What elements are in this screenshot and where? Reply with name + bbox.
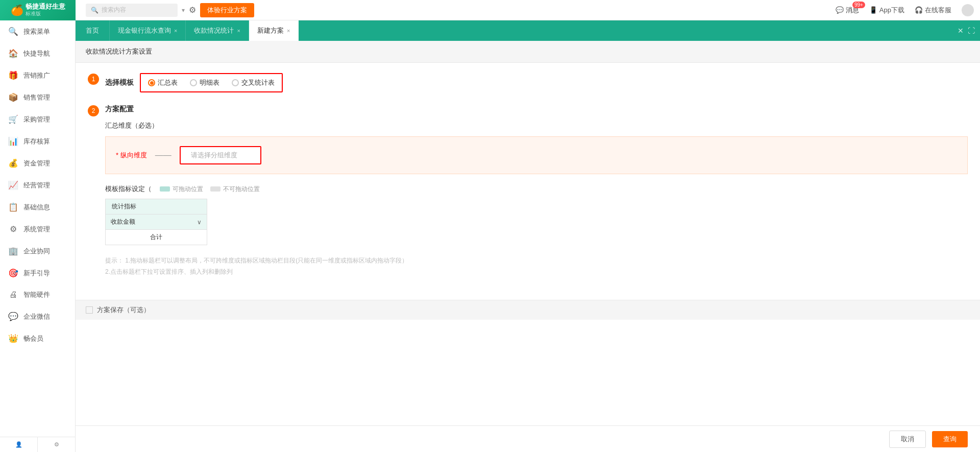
online-service-button[interactable]: 🎧 在线客服 — [915, 6, 951, 15]
sidebar-icon-member: 👑 — [8, 334, 18, 343]
top-bar-right: 💬 消息 99+ 📱 App下载 🎧 在线客服 — [836, 4, 974, 16]
dimension-select[interactable]: 请选择分组维度 — [180, 146, 261, 164]
tab-label-new-plan: 新建方案 — [257, 26, 284, 35]
save-plan-checkbox[interactable] — [86, 306, 93, 314]
sidebar-icon-inventory: 📊 — [8, 136, 18, 146]
page-title: 收款情况统计方案设置 — [86, 47, 152, 55]
sidebar-item-guide[interactable]: 🎯 新手引导 — [0, 262, 75, 284]
metrics-col-header[interactable]: 收款金额 ∨ — [106, 215, 207, 230]
sidebar-item-purchase[interactable]: 🛒 采购管理 — [0, 108, 75, 130]
sidebar-icon-system: ⚙ — [8, 224, 18, 234]
metrics-header: 模板指标设定（ 可拖动位置 不可拖动位置 — [105, 184, 968, 194]
tab-close-all-button[interactable]: ✕ — [958, 27, 964, 35]
step2-row: 2 方案配置 汇总维度（必选） 纵向维度 —— 请选择分组维度 — [88, 105, 968, 277]
radio-cross[interactable]: 交叉统计表 — [232, 78, 275, 87]
sidebar-icon-operations: 📈 — [8, 180, 18, 190]
settings-bottom-icon: ⚙ — [54, 441, 59, 448]
sidebar-item-wechat[interactable]: 💬 企业微信 — [0, 305, 75, 327]
search-bar[interactable]: 🔍 搜索内容 — [86, 4, 178, 17]
tab-close-collection-stats[interactable]: × — [237, 28, 240, 34]
tab-bar-actions: ✕ ⛶ — [952, 20, 980, 41]
sidebar-icon-enterprise: 🏢 — [8, 246, 18, 256]
dimension-row: 纵向维度 —— 请选择分组维度 — [116, 146, 957, 164]
tab-close-bank-flow[interactable]: × — [174, 28, 177, 34]
radio-detail[interactable]: 明细表 — [190, 78, 219, 87]
sidebar-icon-search-menu: 🔍 — [8, 27, 18, 36]
sidebar-label-hardware: 智能硬件 — [23, 290, 50, 299]
sidebar-label-marketing: 营销推广 — [23, 71, 50, 80]
sidebar-item-inventory[interactable]: 📊 库存核算 — [0, 130, 75, 152]
legend-drag-color — [160, 186, 170, 192]
cancel-button[interactable]: 取消 — [889, 431, 926, 448]
messages-badge: 99+ — [852, 2, 865, 8]
legend-drag-label: 可拖动位置 — [173, 185, 203, 194]
sidebar-label-operations: 经营管理 — [23, 181, 50, 190]
messages-button[interactable]: 💬 消息 99+ — [836, 6, 859, 15]
sidebar-icon-hardware: 🖨 — [8, 290, 18, 299]
search-dropdown-icon[interactable]: ▾ — [182, 7, 185, 14]
sidebar-item-system[interactable]: ⚙ 系统管理 — [0, 218, 75, 240]
radio-cross-circle — [232, 79, 239, 86]
dimension-section-label: 汇总维度（必选） — [105, 121, 968, 130]
sidebar-label-base-info: 基础信息 — [23, 203, 50, 212]
metrics-col-title: 收款金额 — [111, 218, 135, 226]
sidebar-label-finance: 资金管理 — [23, 159, 50, 168]
sidebar: 🔍 搜索菜单 🏠 快捷导航 🎁 营销推广 📦 销售管理 🛒 采购管理 📊 库存核… — [0, 20, 76, 452]
legend-nodrag-label: 不可拖动位置 — [223, 185, 260, 194]
radio-summary-label: 汇总表 — [158, 78, 178, 87]
sidebar-item-member[interactable]: 👑 畅会员 — [0, 327, 75, 349]
tab-new-plan[interactable]: 新建方案× — [249, 20, 299, 41]
sidebar-icon-sales: 📦 — [8, 92, 18, 102]
sidebar-label-guide: 新手引导 — [23, 269, 50, 278]
sidebar-icon-purchase: 🛒 — [8, 114, 18, 124]
sidebar-item-enterprise[interactable]: 🏢 企业协同 — [0, 240, 75, 262]
tab-close-new-plan[interactable]: × — [287, 28, 290, 34]
sidebar-label-member: 畅会员 — [23, 334, 43, 343]
sidebar-label-enterprise: 企业协同 — [23, 247, 50, 256]
query-button[interactable]: 查询 — [932, 431, 968, 447]
sidebar-icon-wechat: 💬 — [8, 312, 18, 321]
sidebar-item-marketing[interactable]: 🎁 营销推广 — [0, 64, 75, 86]
tab-fullscreen-button[interactable]: ⛶ — [968, 27, 975, 35]
sidebar-item-base-info[interactable]: 📋 基础信息 — [0, 196, 75, 218]
metrics-section: 模板指标设定（ 可拖动位置 不可拖动位置 — [105, 184, 968, 277]
metrics-cell-total: 合计 — [106, 230, 207, 245]
step2-title: 方案配置 — [105, 105, 968, 114]
app-version: 标准版 — [26, 10, 65, 17]
sidebar-label-inventory: 库存核算 — [23, 137, 50, 146]
metrics-grid-header: 统计指标 — [106, 199, 207, 215]
app-download-button[interactable]: 📱 App下载 — [869, 6, 904, 15]
hint-2: 2.点击标题栏下拉可设置排序、插入列和删除列 — [105, 267, 968, 278]
sidebar-item-hardware[interactable]: 🖨 智能硬件 — [0, 284, 75, 305]
tab-label-collection-stats: 收款情况统计 — [194, 26, 234, 35]
radio-summary[interactable]: 汇总表 — [148, 78, 178, 87]
metrics-grid: 统计指标 收款金额 ∨ 合计 — [105, 199, 207, 245]
tab-label-home: 首页 — [86, 26, 99, 35]
sidebar-item-operations[interactable]: 📈 经营管理 — [0, 174, 75, 196]
step1-title: 选择模板 — [105, 78, 134, 87]
sidebar-item-sales[interactable]: 📦 销售管理 — [0, 86, 75, 108]
page-footer: 方案保存（可选） — [76, 300, 980, 320]
tab-home[interactable]: 首页 — [76, 20, 110, 41]
sidebar-item-search-menu[interactable]: 🔍 搜索菜单 — [0, 20, 75, 42]
settings-icon[interactable]: ⚙ — [189, 5, 196, 15]
sidebar-bottom-settings[interactable]: ⚙ — [38, 437, 75, 452]
sidebar-bottom: 👤 ⚙ — [0, 437, 75, 452]
sidebar-item-quick-nav[interactable]: 🏠 快捷导航 — [0, 42, 75, 64]
user-icon: 👤 — [15, 441, 22, 448]
dimension-area: 纵向维度 —— 请选择分组维度 — [105, 136, 968, 174]
sidebar-bottom-user[interactable]: 👤 — [0, 437, 38, 452]
avatar[interactable] — [962, 4, 974, 16]
sidebar-item-finance[interactable]: 💰 资金管理 — [0, 152, 75, 174]
tab-collection-stats[interactable]: 收款情况统计× — [186, 20, 249, 41]
page-section-header: 收款情况统计方案设置 — [76, 41, 980, 63]
sidebar-label-system: 系统管理 — [23, 225, 50, 234]
sidebar-label-sales: 销售管理 — [23, 93, 50, 102]
app-name: 畅捷通好生意 — [26, 3, 65, 11]
trial-button[interactable]: 体验行业方案 — [200, 3, 254, 17]
radio-summary-circle — [148, 79, 155, 86]
legend-not-draggable: 不可拖动位置 — [210, 185, 260, 194]
tab-bank-flow[interactable]: 现金银行流水查询× — [110, 20, 186, 41]
search-icon: 🔍 — [91, 7, 99, 14]
step2-badge: 2 — [88, 105, 99, 116]
